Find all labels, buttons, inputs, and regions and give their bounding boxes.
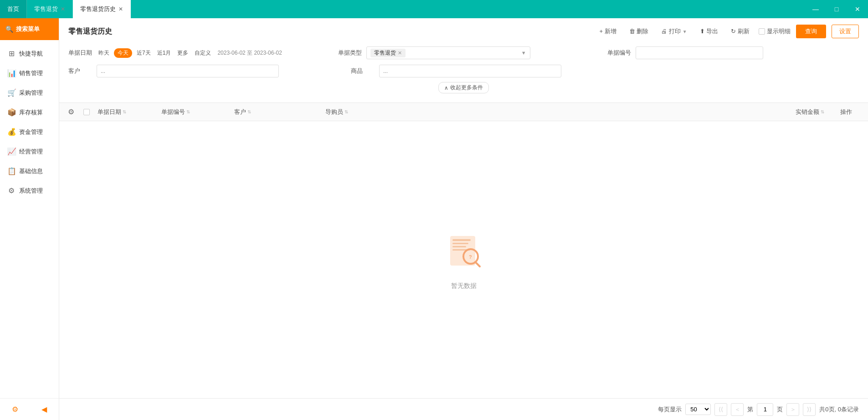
th-doc-date-label: 单据日期: [98, 108, 121, 116]
th-amount[interactable]: 实销金额 ⇅: [782, 108, 828, 116]
sidebar-item-system-mgmt[interactable]: ⚙ 系统管理: [0, 181, 59, 200]
sidebar-settings-button[interactable]: ⚙: [12, 405, 18, 414]
doc-type-tag-text: 零售退货: [374, 49, 396, 57]
doc-no-label: 单据编号: [607, 49, 633, 57]
print-button[interactable]: 🖨 打印 ▼: [657, 26, 691, 37]
minimize-button[interactable]: —: [805, 0, 826, 18]
sidebar-item-sales-mgmt[interactable]: 📊 销售管理: [0, 63, 59, 83]
tabs-area: 首页 零售退货 ✕ 零售退货历史 ✕: [0, 0, 403, 18]
base-info-icon: 📋: [7, 167, 15, 175]
th-doc-no[interactable]: 单据编号 ⇅: [158, 108, 231, 116]
sidebar-search[interactable]: 🔍 搜索菜单: [0, 18, 59, 40]
print-arrow-icon: ▼: [683, 29, 687, 34]
table-select-all-checkbox[interactable]: [79, 109, 94, 115]
tab-return[interactable]: 零售退货 ✕: [27, 0, 73, 18]
page-header: 零售退货历史 + 新增 🗑 删除 🖨 打印 ▼ ⬆ 导出: [59, 18, 868, 103]
filter-doc-no: 单据编号: [607, 46, 859, 59]
new-button[interactable]: + 新增: [596, 26, 620, 37]
th-guide[interactable]: 导购员 ⇅: [322, 108, 376, 116]
date-opt-today[interactable]: 今天: [114, 48, 132, 58]
filter-customer: 客户: [68, 65, 333, 77]
date-opt-1month[interactable]: 近1月: [155, 48, 173, 58]
select-all-checkbox[interactable]: [83, 109, 90, 115]
query-button[interactable]: 查询: [796, 25, 826, 38]
next-page-button[interactable]: ＞: [786, 403, 799, 416]
th-amount-sort-icon: ⇅: [821, 110, 824, 114]
doc-type-select[interactable]: 零售退货 ✕ ▼: [366, 46, 530, 59]
sidebar-toggle-button[interactable]: ◀: [41, 405, 47, 414]
search-text: 搜索菜单: [16, 25, 40, 33]
maximize-button[interactable]: □: [826, 0, 847, 18]
page-size-select[interactable]: 10 20 50 100: [685, 404, 711, 415]
first-page-button[interactable]: ⟨⟨: [714, 403, 727, 416]
doc-no-input[interactable]: [636, 46, 763, 59]
export-button[interactable]: ⬆ 导出: [696, 26, 722, 37]
sidebar-item-quick-nav[interactable]: ⊞ 快捷导航: [0, 44, 59, 63]
setting-button[interactable]: 设置: [832, 25, 859, 38]
show-detail-label[interactable]: 显示明细: [759, 27, 791, 36]
sidebar-item-purchase-mgmt[interactable]: 🛒 采购管理: [0, 83, 59, 102]
sidebar-item-base-info[interactable]: 📋 基础信息: [0, 161, 59, 181]
sidebar-nav: ⊞ 快捷导航 📊 销售管理 🛒 采购管理 📦 库存核算 💰 资金管理 📈: [0, 40, 59, 398]
refresh-button[interactable]: ↻ 刷新: [727, 26, 753, 37]
customer-input[interactable]: [97, 65, 279, 77]
sidebar-item-inventory[interactable]: 📦 库存核算: [0, 102, 59, 122]
show-detail-checkbox[interactable]: [759, 28, 765, 35]
sidebar-item-base-info-label: 基础信息: [19, 167, 43, 175]
empty-text: 暂无数据: [451, 282, 477, 290]
th-doc-no-sort-icon: ⇅: [186, 110, 190, 114]
page-word-post: 页: [777, 405, 783, 414]
purchase-mgmt-icon: 🛒: [7, 88, 15, 97]
sidebar-item-operations-label: 经营管理: [19, 148, 43, 156]
operations-icon: 📈: [7, 147, 15, 156]
finance-icon: 💰: [7, 128, 15, 136]
th-customer-sort-icon: ⇅: [247, 110, 251, 114]
sidebar-item-operations[interactable]: 📈 经营管理: [0, 142, 59, 161]
goods-input[interactable]: [379, 65, 561, 77]
svg-line-7: [475, 262, 480, 266]
tab-home[interactable]: 首页: [0, 0, 27, 18]
tab-return-history-close[interactable]: ✕: [118, 6, 123, 12]
last-page-button[interactable]: ⟩⟩: [803, 403, 816, 416]
th-doc-date[interactable]: 单据日期 ⇅: [94, 108, 158, 116]
page-header-top: 零售退货历史 + 新增 🗑 删除 🖨 打印 ▼ ⬆ 导出: [68, 25, 859, 38]
th-customer[interactable]: 客户 ⇅: [231, 108, 322, 116]
th-doc-date-sort-icon: ⇅: [123, 110, 126, 114]
show-detail-text: 显示明细: [767, 27, 791, 36]
svg-text:?: ?: [469, 254, 472, 260]
th-amount-label: 实销金额: [796, 108, 819, 116]
sidebar-item-inventory-label: 库存核算: [19, 108, 43, 117]
date-opt-yesterday[interactable]: 昨天: [97, 48, 111, 58]
print-label: 🖨 打印: [661, 27, 681, 36]
prev-page-button[interactable]: ＜: [731, 403, 744, 416]
collapse-button[interactable]: ∧ 收起更多条件: [438, 82, 489, 93]
doc-type-tag-close[interactable]: ✕: [398, 50, 402, 56]
collapse-label: 收起更多条件: [450, 84, 483, 92]
filter-doc-date: 单据日期 昨天 今天 近7天 近1月 更多 自定义 2023-06-02 至 2…: [68, 48, 320, 58]
goods-label: 商品: [351, 67, 376, 75]
delete-button[interactable]: 🗑 删除: [626, 26, 652, 37]
refresh-label: ↻ 刷新: [731, 27, 750, 36]
date-opt-more[interactable]: 更多: [175, 48, 190, 58]
page-size-label: 每页显示: [658, 405, 682, 414]
sidebar-item-finance[interactable]: 💰 资金管理: [0, 122, 59, 142]
filter-row-2: 客户 商品: [68, 62, 859, 80]
export-label: ⬆ 导出: [700, 27, 719, 36]
page-number-input[interactable]: [757, 403, 773, 416]
quick-nav-icon: ⊞: [7, 49, 15, 58]
new-label: + 新增: [599, 27, 616, 36]
tab-return-history[interactable]: 零售退货历史 ✕: [73, 0, 131, 18]
table-settings-icon[interactable]: ⚙: [63, 108, 79, 116]
tab-return-close[interactable]: ✕: [61, 6, 65, 12]
header-actions: + 新增 🗑 删除 🖨 打印 ▼ ⬆ 导出 ↻ 刷新: [596, 25, 859, 38]
doc-type-arrow-icon: ▼: [521, 50, 526, 56]
filter-doc-type: 单据类型 零售退货 ✕ ▼: [338, 46, 590, 59]
sales-mgmt-icon: 📊: [7, 69, 15, 77]
sidebar-item-system-label: 系统管理: [19, 187, 43, 195]
collapse-icon: ∧: [444, 85, 448, 91]
date-opt-7days[interactable]: 近7天: [135, 48, 153, 58]
close-button[interactable]: ✕: [847, 0, 868, 18]
date-opt-custom[interactable]: 自定义: [193, 48, 213, 58]
sidebar-bottom: ⚙ ◀: [0, 398, 59, 420]
empty-state: ? 暂无数据: [59, 121, 868, 398]
